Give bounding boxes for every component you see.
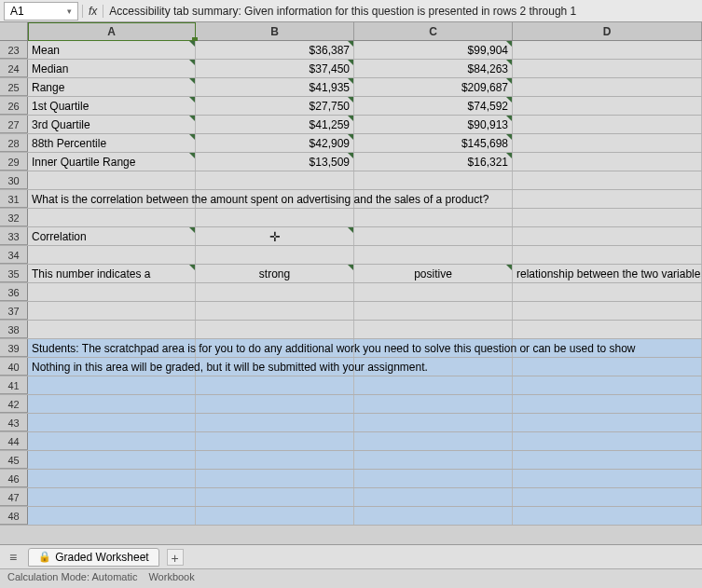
cell-D38[interactable] (513, 321, 702, 338)
row-header[interactable]: 41 (0, 376, 28, 394)
cell-A47[interactable] (28, 488, 196, 506)
cell-C34[interactable] (354, 246, 513, 264)
cell-C46[interactable] (354, 470, 513, 487)
cell-A39[interactable]: Students: The scratchpad area is for you… (28, 339, 196, 357)
cell-D42[interactable] (513, 395, 702, 413)
cell-B24[interactable]: $37,450 (196, 60, 354, 77)
cell-C33[interactable] (354, 227, 513, 245)
cell-B30[interactable] (196, 171, 354, 189)
cell-A42[interactable] (28, 395, 196, 413)
cell-D48[interactable] (513, 507, 702, 525)
cell-A34[interactable] (28, 246, 196, 264)
row-header[interactable]: 26 (0, 97, 28, 115)
cell-A37[interactable] (28, 302, 196, 320)
cell-D45[interactable] (513, 451, 702, 469)
cell-D31[interactable] (513, 190, 702, 208)
row-header[interactable]: 30 (0, 171, 28, 189)
cell-C45[interactable] (354, 451, 513, 469)
cell-A38[interactable] (28, 321, 196, 338)
cell-A32[interactable] (28, 209, 196, 226)
row-header[interactable]: 39 (0, 339, 28, 357)
fx-icon[interactable]: fx (82, 5, 103, 18)
cell-D28[interactable] (513, 134, 702, 152)
cell-B42[interactable] (196, 395, 354, 413)
row-header[interactable]: 34 (0, 246, 28, 264)
cell-C42[interactable] (354, 395, 513, 413)
col-header-B[interactable]: B (196, 22, 354, 40)
cell-A24[interactable]: Median (28, 60, 196, 77)
cell-D30[interactable] (513, 171, 702, 189)
cell-A35[interactable]: This number indicates a (28, 265, 196, 282)
cell-B27[interactable]: $41,259 (196, 116, 354, 133)
cell-B44[interactable] (196, 432, 354, 450)
cell-C28[interactable]: $145,698 (354, 134, 513, 152)
cell-A30[interactable] (28, 171, 196, 189)
cell-A36[interactable] (28, 283, 196, 301)
cell-C25[interactable]: $209,687 (354, 78, 513, 96)
row-header[interactable]: 42 (0, 395, 28, 413)
row-header[interactable]: 37 (0, 302, 28, 320)
select-all-corner[interactable] (0, 22, 28, 40)
name-box[interactable]: A1 ▾ (4, 2, 78, 21)
col-header-A[interactable]: A (28, 22, 196, 40)
cell-A45[interactable] (28, 451, 196, 469)
cell-B25[interactable]: $41,935 (196, 78, 354, 96)
cell-B26[interactable]: $27,750 (196, 97, 354, 115)
cell-A46[interactable] (28, 470, 196, 487)
cell-C32[interactable] (354, 209, 513, 226)
row-header[interactable]: 48 (0, 507, 28, 525)
row-header[interactable]: 35 (0, 265, 28, 282)
cell-A43[interactable] (28, 414, 196, 431)
cell-C44[interactable] (354, 432, 513, 450)
cell-A23[interactable]: Mean (28, 41, 196, 59)
cell-B29[interactable]: $13,509 (196, 153, 354, 171)
cell-D27[interactable] (513, 116, 702, 133)
cell-B33[interactable]: ✛ (196, 227, 354, 245)
row-header[interactable]: 38 (0, 321, 28, 338)
row-header[interactable]: 45 (0, 451, 28, 469)
cell-C35[interactable]: positive (354, 265, 513, 282)
cell-B37[interactable] (196, 302, 354, 320)
cell-B47[interactable] (196, 488, 354, 506)
cell-C26[interactable]: $74,592 (354, 97, 513, 115)
cell-C38[interactable] (354, 321, 513, 338)
hamburger-icon[interactable]: ≡ (6, 550, 21, 565)
cell-D44[interactable] (513, 432, 702, 450)
sheet-tab-graded[interactable]: 🔒 Graded Worksheet (28, 548, 159, 567)
row-header[interactable]: 46 (0, 470, 28, 487)
cell-D47[interactable] (513, 488, 702, 506)
cell-D41[interactable] (513, 376, 702, 394)
row-header[interactable]: 23 (0, 41, 28, 59)
cell-C37[interactable] (354, 302, 513, 320)
cell-B43[interactable] (196, 414, 354, 431)
cell-D25[interactable] (513, 78, 702, 96)
row-header[interactable]: 32 (0, 209, 28, 226)
cell-B32[interactable] (196, 209, 354, 226)
cell-C24[interactable]: $84,263 (354, 60, 513, 77)
cell-D33[interactable] (513, 227, 702, 245)
cell-B28[interactable]: $42,909 (196, 134, 354, 152)
cell-D35[interactable]: relationship between the two variables (513, 265, 702, 282)
cell-D26[interactable] (513, 97, 702, 115)
col-header-D[interactable]: D (513, 22, 702, 40)
row-header[interactable]: 25 (0, 78, 28, 96)
cell-C30[interactable] (354, 171, 513, 189)
cell-A44[interactable] (28, 432, 196, 450)
col-header-C[interactable]: C (354, 22, 513, 40)
row-header[interactable]: 43 (0, 414, 28, 431)
cell-C43[interactable] (354, 414, 513, 431)
cell-C48[interactable] (354, 507, 513, 525)
row-header[interactable]: 40 (0, 358, 28, 376)
cell-D32[interactable] (513, 209, 702, 226)
cell-A28[interactable]: 88th Percentile (28, 134, 196, 152)
row-header[interactable]: 31 (0, 190, 28, 208)
cell-B23[interactable]: $36,387 (196, 41, 354, 59)
cell-D24[interactable] (513, 60, 702, 77)
cell-B38[interactable] (196, 321, 354, 338)
cell-D23[interactable] (513, 41, 702, 59)
spreadsheet-grid[interactable]: A B C D 23Mean$36,387$99,90424Median$37,… (0, 22, 702, 544)
cell-D37[interactable] (513, 302, 702, 320)
row-header[interactable]: 28 (0, 134, 28, 152)
cell-D29[interactable] (513, 153, 702, 171)
cell-B46[interactable] (196, 470, 354, 487)
